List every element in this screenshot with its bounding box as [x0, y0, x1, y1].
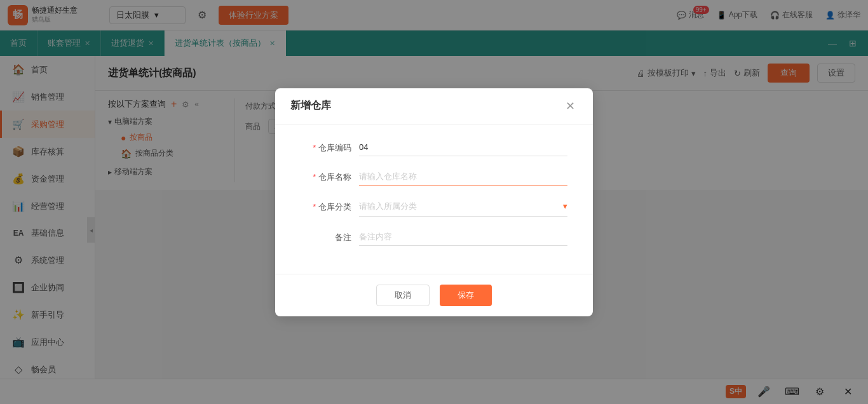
- category-placeholder: 请输入所属分类: [359, 201, 417, 212]
- modal-header: 新增仓库 ✕: [275, 88, 593, 125]
- remark-input[interactable]: [359, 229, 567, 246]
- form-row-category: * 仓库分类 请输入所属分类 ▾: [301, 198, 567, 217]
- code-input[interactable]: [359, 140, 567, 156]
- modal-overlay: 新增仓库 ✕ * 仓库编码 * 仓库名称: [0, 0, 868, 404]
- form-row-name: * 仓库名称: [301, 169, 567, 185]
- save-button[interactable]: 保存: [440, 285, 492, 306]
- form-row-remark: 备注: [301, 229, 567, 246]
- code-label: * 仓库编码: [301, 142, 351, 154]
- modal-close-button[interactable]: ✕: [562, 98, 578, 114]
- name-label: * 仓库名称: [301, 172, 351, 183]
- category-select[interactable]: 请输入所属分类 ▾: [359, 198, 567, 217]
- required-mark: *: [313, 143, 318, 152]
- modal-footer: 取消 保存: [275, 274, 593, 316]
- add-warehouse-modal: 新增仓库 ✕ * 仓库编码 * 仓库名称: [275, 88, 593, 316]
- category-chevron-icon: ▾: [563, 201, 567, 211]
- remark-label: 备注: [301, 232, 351, 243]
- category-label: * 仓库分类: [301, 201, 351, 213]
- category-required-mark: *: [313, 202, 318, 212]
- name-required-mark: *: [313, 172, 318, 182]
- form-row-code: * 仓库编码: [301, 140, 567, 156]
- cancel-button[interactable]: 取消: [376, 285, 430, 306]
- modal-body: * 仓库编码 * 仓库名称 * 仓库分类 请输: [275, 125, 593, 274]
- modal-title: 新增仓库: [290, 99, 331, 112]
- name-input[interactable]: [359, 169, 567, 185]
